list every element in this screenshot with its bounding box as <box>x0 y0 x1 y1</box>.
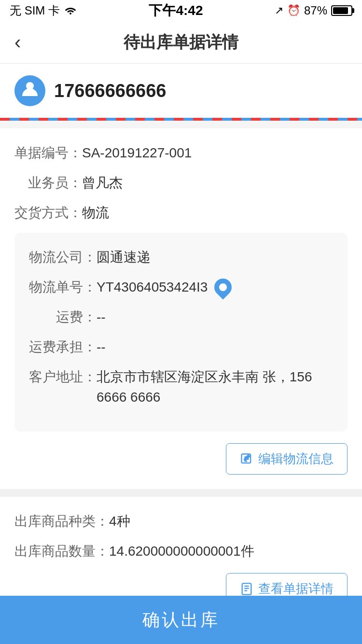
main-content: 17666666666 单据编号： SA-20191227-001 业务员： 曾… <box>0 64 362 644</box>
edit-logistics-button-container: 编辑物流信息 <box>14 443 348 475</box>
goods-type-label: 出库商品种类： <box>14 511 109 532</box>
delivery-method-label: 交货方式： <box>14 203 82 223</box>
battery-fill <box>333 7 348 14</box>
freight-row: 运费： -- <box>29 307 333 327</box>
address-row: 客户地址： 北京市市辖区海淀区永丰南 张，156 6666 6666 <box>29 367 333 407</box>
address-value: 北京市市辖区海淀区永丰南 张，156 6666 6666 <box>97 367 333 407</box>
avatar <box>14 75 45 106</box>
wifi-icon <box>64 4 77 17</box>
back-button[interactable]: ‹ <box>14 31 21 53</box>
order-number-value: SA-20191227-001 <box>82 143 348 163</box>
status-bar-left: 无 SIM 卡 <box>10 3 77 18</box>
edit-icon <box>240 452 253 466</box>
freight-value: -- <box>97 307 333 327</box>
status-bar-time: 下午4:42 <box>149 1 203 20</box>
customer-header: 17666666666 <box>0 64 362 118</box>
order-info-section: 单据编号： SA-20191227-001 业务员： 曾凡杰 交货方式： 物流 … <box>0 128 362 489</box>
goods-type-value: 4种 <box>109 511 348 532</box>
carrier-text: 无 SIM 卡 <box>10 3 60 18</box>
section-separator <box>0 489 362 497</box>
logistics-company-label: 物流公司： <box>29 247 97 267</box>
salesperson-value: 曾凡杰 <box>82 173 348 193</box>
delivery-method-row: 交货方式： 物流 <box>14 203 348 223</box>
order-number-label: 单据编号： <box>14 143 82 163</box>
page-title: 待出库单据详情 <box>124 31 238 54</box>
edit-logistics-label: 编辑物流信息 <box>258 450 334 467</box>
location-pin-icon[interactable] <box>211 275 236 300</box>
freight-label: 运费： <box>29 307 97 327</box>
document-icon <box>240 582 253 596</box>
status-bar-right: ↗ ⏰ 87% <box>275 4 352 17</box>
address-label: 客户地址： <box>29 367 97 387</box>
tracking-number-value: YT43064053424I3 <box>97 277 232 297</box>
freight-bearer-label: 运费承担： <box>29 337 97 357</box>
goods-quantity-label: 出库商品数量： <box>14 541 109 561</box>
customer-phone: 17666666666 <box>54 81 166 101</box>
edit-logistics-button[interactable]: 编辑物流信息 <box>226 443 348 475</box>
bottom-bar: 确认出库 <box>0 596 362 644</box>
goods-quantity-value: 14.620000000000001件 <box>109 541 348 561</box>
goods-quantity-row: 出库商品数量： 14.620000000000001件 <box>14 541 348 561</box>
delivery-method-value: 物流 <box>82 203 348 223</box>
dashed-divider <box>0 118 362 121</box>
confirm-button[interactable]: 确认出库 <box>142 608 220 632</box>
logistics-card: 物流公司： 圆通速递 物流单号： YT43064053424I3 运费： -- … <box>14 233 348 432</box>
order-number-row: 单据编号： SA-20191227-001 <box>14 143 348 163</box>
goods-type-row: 出库商品种类： 4种 <box>14 511 348 532</box>
logistics-company-value: 圆通速递 <box>97 247 333 267</box>
location-icon: ↗ <box>275 4 283 17</box>
view-detail-label: 查看单据详情 <box>258 580 334 597</box>
logistics-company-row: 物流公司： 圆通速递 <box>29 247 333 267</box>
salesperson-row: 业务员： 曾凡杰 <box>14 173 348 193</box>
tracking-number-label: 物流单号： <box>29 277 97 297</box>
battery-percent: 87% <box>304 4 327 17</box>
alarm-icon: ⏰ <box>287 4 300 17</box>
nav-bar: ‹ 待出库单据详情 <box>0 21 362 64</box>
tracking-number-row: 物流单号： YT43064053424I3 <box>29 277 333 297</box>
user-icon <box>21 80 39 102</box>
salesperson-label: 业务员： <box>14 173 82 193</box>
freight-bearer-value: -- <box>97 337 333 357</box>
battery-icon <box>331 5 352 16</box>
status-bar: 无 SIM 卡 下午4:42 ↗ ⏰ 87% <box>0 0 362 21</box>
freight-bearer-row: 运费承担： -- <box>29 337 333 357</box>
